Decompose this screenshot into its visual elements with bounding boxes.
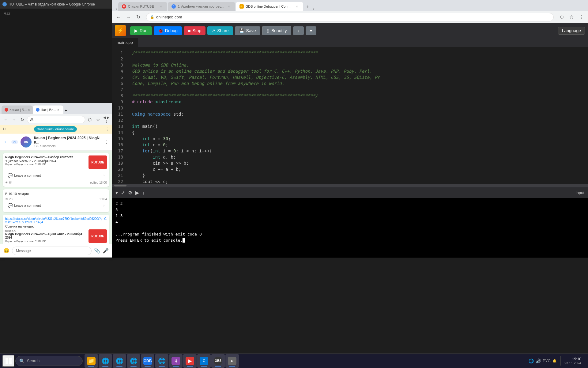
language-selector[interactable]: Language xyxy=(558,27,585,35)
beautify-icon: {} xyxy=(267,28,270,33)
msg3-url[interactable]: https://rutube.ru/video/private/4831e26a… xyxy=(5,217,107,224)
terminal-settings-btn[interactable]: ⚙ xyxy=(128,190,132,196)
editor-tab-main-cpp[interactable]: main.cpp xyxy=(112,38,138,47)
tab3-favicon: ⚡ xyxy=(239,4,244,9)
debug-button[interactable]: 🐞 Debug xyxy=(154,26,182,35)
save-button[interactable]: 💾 Save xyxy=(235,26,260,35)
url-text: onlinegdb.com xyxy=(156,15,182,19)
refresh-button[interactable]: ↻ xyxy=(134,13,142,21)
update-button[interactable]: Завершить обновление xyxy=(34,126,77,132)
chat-bookmark-btn[interactable]: ☆ xyxy=(94,116,102,123)
taskbar-app-chrome2[interactable]: 🌐 xyxy=(113,354,126,368)
message-2: В 19.10 лекция 👁 28 19:04 💬 Leave a comm… xyxy=(3,189,109,212)
taskbar-app-obs[interactable]: OBS xyxy=(211,354,225,368)
chat-input-bar: 😊 📎 🎤 xyxy=(0,244,112,257)
update-options[interactable]: ⋮ xyxy=(105,127,109,132)
editor-tab-label: main.cpp xyxy=(117,40,133,45)
extensions-button[interactable]: ⬡ xyxy=(557,13,566,21)
code-editor[interactable]: /***************************************… xyxy=(127,47,588,184)
msg2-leave-comment[interactable]: 💬 Leave a comment › xyxy=(5,201,107,210)
terminal-line-3: 1 3 xyxy=(115,213,584,219)
channel-info: Канал | Beginners |2024-2025 | NlogN К..… xyxy=(34,136,104,148)
chat-messages-area[interactable]: NlogN Beginners 2024-2025 - Разбор конте… xyxy=(0,151,112,244)
chat-browser-new-tab[interactable]: + xyxy=(63,108,68,113)
tab1-title: Студия RUTUBE xyxy=(128,5,157,8)
console-label: C xyxy=(203,359,205,363)
tabs-scroll-left[interactable]: ‹ xyxy=(114,6,118,11)
chat-address-bar[interactable]: W... xyxy=(27,116,85,123)
options-icon: ▾ xyxy=(310,28,312,33)
chat-more-btn[interactable]: ◀ ▶ ⋮ xyxy=(103,116,110,123)
taskbar-search-box[interactable]: 🔍 Search xyxy=(15,356,83,366)
terminal-collapse-btn[interactable]: ▾ xyxy=(115,190,118,196)
chat-tab1-close[interactable]: × xyxy=(28,108,30,112)
channel-avatar: BN xyxy=(21,136,32,148)
channel-menu-button[interactable]: ⋮ xyxy=(104,139,109,145)
tab2-favicon: J xyxy=(172,4,176,9)
browser-toolbar: ← → ↻ 🔒 onlinegdb.com ⬡ ☆ ⋮ xyxy=(112,11,588,23)
message-input[interactable] xyxy=(12,247,92,255)
taskbar-app-chrome1[interactable]: 🌐 xyxy=(99,354,112,368)
new-tab-button[interactable]: + xyxy=(304,4,312,10)
leave-comment-label-2: Leave a comment xyxy=(14,204,103,207)
chat-tab-kanal[interactable]: Канал | Б... × xyxy=(2,105,33,114)
voice-button[interactable]: 🎤 xyxy=(103,248,109,254)
tab2-close[interactable]: × xyxy=(227,4,232,9)
code-area[interactable]: 12345 678910 1112131415 1617181920 21222… xyxy=(112,47,588,184)
terminal-content[interactable]: 2 3 5 1 3 4 ...Program finished with exi… xyxy=(112,198,588,258)
tab3-close[interactable]: × xyxy=(295,4,300,9)
back-button[interactable]: ← xyxy=(114,13,123,21)
msg1-leave-comment[interactable]: 💬 Leave a comment › xyxy=(5,171,107,180)
terminal-line-1: 2 3 xyxy=(115,201,584,207)
taskbar-app-explorer[interactable]: 📁 xyxy=(85,354,98,368)
taskbar-app-untitled[interactable]: U xyxy=(225,354,239,368)
editor-horizontal-scrollbar[interactable] xyxy=(112,184,588,187)
paperclip-button[interactable]: 📎 xyxy=(94,248,100,254)
clock-widget[interactable]: 19:10 23.11.2024 xyxy=(564,357,581,365)
taskbar-app-chrome4[interactable]: 🌐 xyxy=(155,354,168,368)
address-bar[interactable]: 🔒 onlinegdb.com xyxy=(146,13,554,21)
channel-back-btn[interactable]: ← xyxy=(3,139,9,145)
share-icon: ↗ xyxy=(212,28,215,33)
chat-forward-btn[interactable]: → xyxy=(10,116,18,123)
chat-extensions-btn[interactable]: ⬡ xyxy=(86,116,93,123)
attach-button[interactable]: 😊 xyxy=(3,248,9,254)
taskbar-app-chrome3[interactable]: 🌐 xyxy=(127,354,140,368)
bookmark-button[interactable]: ☆ xyxy=(567,13,576,21)
terminal-more-btn[interactable]: ↓ xyxy=(142,190,145,196)
chat-browser-toolbar: ← → ↻ W... ⬡ ☆ ◀ ▶ ⋮ xyxy=(0,114,112,125)
taskbar-app-nlogn[interactable]: Ц xyxy=(169,354,183,368)
run-button[interactable]: ▶ Run xyxy=(130,26,152,35)
tab1-close[interactable]: × xyxy=(159,4,164,9)
forward-button[interactable]: → xyxy=(124,13,133,21)
tab-gdb[interactable]: ⚡ GDB online Debugger | Compil... × xyxy=(236,2,303,11)
chat-tab-chat[interactable]: Чат | Ве... × xyxy=(33,105,63,114)
chat-back-btn[interactable]: ← xyxy=(2,116,9,123)
more-button[interactable]: ⋮ xyxy=(577,13,586,21)
chat-refresh-btn[interactable]: ↻ xyxy=(19,116,26,123)
taskbar-app-gdb[interactable]: GDB xyxy=(141,354,154,368)
msg1-subtitle: "Цикл for. Часть 2" - 23 ноября 2024 xyxy=(5,159,86,163)
network-icon[interactable]: 🌐 xyxy=(529,358,534,363)
taskbar-app-rutube[interactable]: ▶ xyxy=(183,354,197,368)
share-button[interactable]: ↗ Share xyxy=(207,26,233,35)
stop-button[interactable]: ■ Stop xyxy=(184,26,205,35)
terminal-expand-btn[interactable]: ⤢ xyxy=(121,190,125,196)
volume-icon[interactable]: 🔊 xyxy=(536,358,541,363)
terminal-run-btn[interactable]: ▶ xyxy=(135,190,139,196)
beautify-button[interactable]: {} Beautify xyxy=(262,26,292,35)
battery-icon[interactable]: РУС xyxy=(543,358,551,363)
show-desktop-button[interactable] xyxy=(584,355,586,367)
start-button[interactable] xyxy=(2,355,15,367)
taskbar-app-console[interactable]: C xyxy=(197,354,211,368)
options-button[interactable]: ▾ xyxy=(306,26,316,35)
chrome2-icon: 🌐 xyxy=(115,357,124,365)
chat-tab2-close[interactable]: × xyxy=(57,108,59,112)
download-button[interactable]: ↓ xyxy=(293,26,304,35)
tab-arithmetic[interactable]: J J. Арифметическая прогресс... × xyxy=(168,2,235,11)
search-icon: 🔍 xyxy=(19,358,24,363)
tabs-scroll-right[interactable]: › xyxy=(312,6,316,11)
language-icon[interactable]: 🔔 xyxy=(552,359,557,363)
editor-tabs: main.cpp xyxy=(112,38,588,47)
tab-studio-rutube[interactable]: R Студия RUTUBE × xyxy=(118,2,167,11)
